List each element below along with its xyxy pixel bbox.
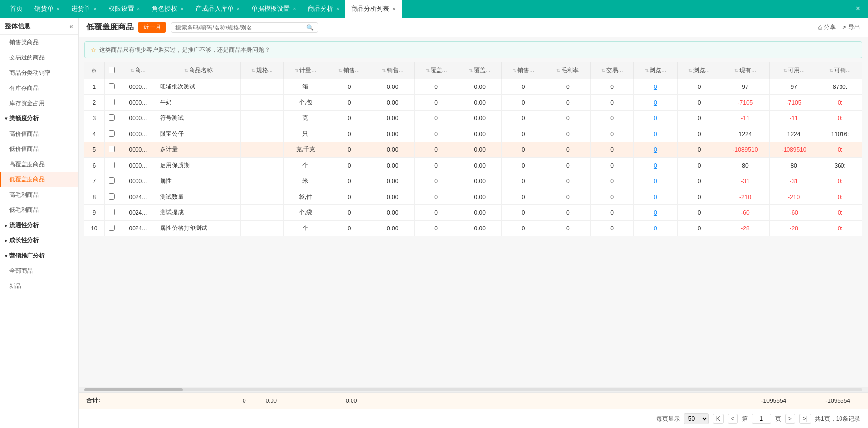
col-unit[interactable]: ⇅计量...: [284, 62, 327, 79]
row-browse1[interactable]: 0: [634, 111, 678, 126]
nav-tab-home[interactable]: 首页: [4, 0, 28, 18]
nav-tab-sales[interactable]: 销货单 ×: [28, 0, 65, 18]
close-icon[interactable]: ×: [180, 6, 183, 12]
share-button[interactable]: ⎙ 分享: [818, 23, 836, 31]
close-icon[interactable]: ×: [392, 6, 395, 12]
close-icon[interactable]: ×: [293, 6, 296, 12]
col-coverage1[interactable]: ⇅覆盖...: [414, 62, 458, 79]
row-browse1[interactable]: 0: [634, 95, 678, 111]
col-browse2[interactable]: ⇅浏览...: [678, 62, 721, 79]
row-checkbox[interactable]: [108, 162, 115, 168]
col-code[interactable]: ⇅商...: [119, 62, 157, 79]
nav-tab-finished-goods[interactable]: 产成品入库单 ×: [190, 0, 245, 18]
export-button[interactable]: ↗ 导出: [841, 23, 860, 31]
sidebar-collapse-button[interactable]: «: [69, 22, 73, 30]
search-box[interactable]: 🔍: [171, 22, 318, 33]
close-icon[interactable]: ×: [237, 6, 240, 12]
row-checkbox[interactable]: [108, 114, 115, 121]
col-sales3[interactable]: ⇅销售...: [502, 62, 545, 79]
sidebar-item-high-coverage[interactable]: 高覆盖度商品: [0, 157, 78, 172]
sidebar-item-category-rate[interactable]: 商品分类动销率: [0, 65, 78, 81]
sidebar-item-new-goods[interactable]: 新品: [0, 279, 78, 294]
row-browse1[interactable]: 0: [634, 221, 678, 236]
row-browse1[interactable]: 0: [634, 142, 678, 158]
row-checkbox[interactable]: [108, 130, 115, 137]
scrollbar-thumb[interactable]: [84, 388, 183, 391]
close-icon[interactable]: ×: [137, 6, 140, 12]
row-checkbox-cell[interactable]: [104, 221, 119, 236]
row-browse1[interactable]: 0: [634, 79, 678, 95]
row-browse1[interactable]: 0: [634, 205, 678, 221]
time-filter-button[interactable]: 近一月: [138, 22, 166, 33]
search-input[interactable]: [175, 24, 306, 31]
col-saleable[interactable]: ⇅可销...: [818, 62, 862, 79]
prev-page-button[interactable]: <: [728, 414, 738, 424]
row-checkbox[interactable]: [108, 83, 115, 89]
checkbox-column-header[interactable]: [104, 62, 119, 79]
sidebar-item-low-coverage[interactable]: 低覆盖度商品: [0, 172, 78, 187]
per-page-select[interactable]: 50 20 100: [684, 413, 709, 424]
sidebar-item-low-value[interactable]: 低价值商品: [0, 142, 78, 157]
col-margin-rate[interactable]: ⇅毛利率: [545, 62, 590, 79]
row-browse1[interactable]: 0: [634, 158, 678, 173]
col-current-stock[interactable]: ⇅现有...: [721, 62, 769, 79]
row-checkbox[interactable]: [108, 99, 115, 105]
sidebar-section-liquidity[interactable]: ▸ 流通性分析: [0, 218, 78, 233]
row-checkbox[interactable]: [108, 209, 115, 215]
search-icon[interactable]: 🔍: [306, 24, 314, 31]
row-checkbox-cell[interactable]: [104, 189, 119, 205]
nav-tab-goods-analysis[interactable]: 商品分析 ×: [302, 0, 345, 18]
nav-tab-permission[interactable]: 权限设置 ×: [103, 0, 146, 18]
first-page-button[interactable]: K: [713, 414, 724, 424]
row-browse1[interactable]: 0: [634, 189, 678, 205]
sidebar-item-traded-goods[interactable]: 交易过的商品: [0, 50, 78, 65]
col-name[interactable]: ⇅商品名称: [157, 62, 241, 79]
last-page-button[interactable]: >|: [799, 414, 811, 424]
sidebar-section-growth[interactable]: ▸ 成长性分析: [0, 233, 78, 248]
col-coverage2[interactable]: ⇅覆盖...: [458, 62, 502, 79]
row-checkbox-cell[interactable]: [104, 205, 119, 221]
sidebar-item-inventory-capital[interactable]: 库存资金占用: [0, 96, 78, 111]
col-browse1[interactable]: ⇅浏览...: [634, 62, 678, 79]
sidebar-section-marketing[interactable]: ▾ 营销推广分析: [0, 248, 78, 263]
nav-tab-template[interactable]: 单据模板设置 ×: [245, 0, 301, 18]
sidebar-item-all-goods[interactable]: 全部商品: [0, 263, 78, 279]
select-all-checkbox[interactable]: [108, 67, 115, 73]
sidebar-item-high-margin[interactable]: 高毛利商品: [0, 187, 78, 202]
row-checkbox-cell[interactable]: [104, 79, 119, 95]
row-checkbox-cell[interactable]: [104, 111, 119, 126]
next-page-button[interactable]: >: [785, 414, 795, 424]
row-checkbox[interactable]: [108, 193, 115, 200]
close-icon[interactable]: ×: [56, 6, 59, 12]
row-checkbox[interactable]: [108, 146, 115, 152]
col-transaction[interactable]: ⇅交易...: [590, 62, 634, 79]
settings-icon[interactable]: ⚙: [91, 67, 97, 74]
horizontal-scrollbar[interactable]: [79, 387, 868, 392]
col-sales-amount[interactable]: ⇅销售...: [371, 62, 414, 79]
close-all-tabs-button[interactable]: ×: [852, 4, 864, 13]
row-checkbox[interactable]: [108, 225, 115, 231]
table-container[interactable]: ⚙ ⇅商... ⇅商品名称 ⇅规格... ⇅计量... ⇅销售... ⇅销售..…: [79, 62, 868, 387]
col-available-stock[interactable]: ⇅可用...: [770, 62, 818, 79]
col-sales-qty[interactable]: ⇅销售...: [327, 62, 371, 79]
row-checkbox-cell[interactable]: [104, 126, 119, 142]
col-spec[interactable]: ⇅规格...: [240, 62, 284, 79]
row-checkbox-cell[interactable]: [104, 95, 119, 111]
page-number-input[interactable]: [752, 414, 771, 424]
row-checkbox[interactable]: [108, 177, 115, 184]
nav-tab-purchase[interactable]: 进货单 ×: [65, 0, 102, 18]
row-browse1[interactable]: 0: [634, 126, 678, 142]
settings-column-header[interactable]: ⚙: [84, 62, 104, 79]
sidebar-item-high-value[interactable]: 高价值商品: [0, 126, 78, 142]
close-icon[interactable]: ×: [93, 6, 96, 12]
close-icon[interactable]: ×: [336, 6, 339, 12]
sidebar-item-sale-goods[interactable]: 销售类商品: [0, 35, 78, 50]
nav-tab-role[interactable]: 角色授权 ×: [146, 0, 189, 18]
row-checkbox-cell[interactable]: [104, 158, 119, 173]
row-browse1[interactable]: 0: [634, 173, 678, 189]
sidebar-item-inventory-goods[interactable]: 有库存商品: [0, 81, 78, 96]
sidebar-section-category-analysis[interactable]: ▾ 类畅度分析: [0, 111, 78, 126]
row-checkbox-cell[interactable]: [104, 173, 119, 189]
sidebar-item-low-margin[interactable]: 低毛利商品: [0, 202, 78, 218]
nav-tab-goods-analysis-list[interactable]: 商品分析列表 ×: [345, 0, 401, 18]
